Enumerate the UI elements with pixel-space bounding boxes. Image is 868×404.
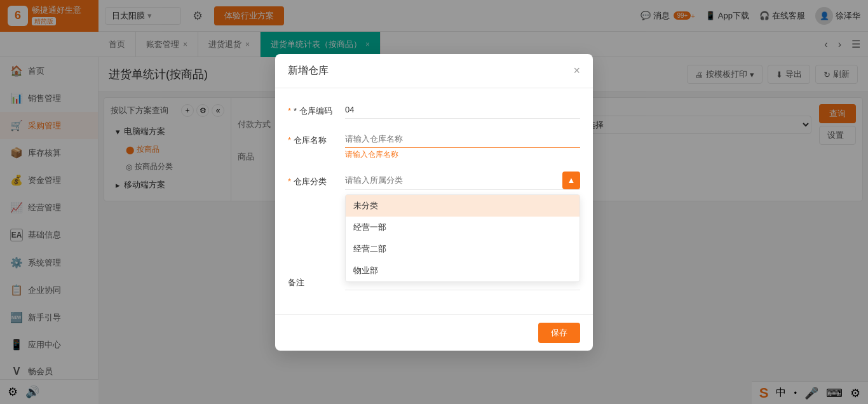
warehouse-category-input[interactable] xyxy=(345,172,562,189)
warehouse-code-label: * * 仓库编码 xyxy=(288,101,339,117)
dept1-label: 经营一部 xyxy=(353,222,386,232)
dropdown-item-dept2[interactable]: 经营二部 xyxy=(346,238,580,260)
warehouse-category-wrap: ▲ 未分类 经营一部 经营二部 xyxy=(345,172,580,190)
add-warehouse-modal: 新增仓库 × * * 仓库编码 * 仓库名称 xyxy=(275,54,593,351)
warehouse-category-row: * 仓库分类 ▲ 未分类 xyxy=(288,172,580,190)
modal-header: 新增仓库 × xyxy=(275,54,593,88)
modal-close-button[interactable]: × xyxy=(573,64,580,77)
category-dropdown: 未分类 经营一部 经营二部 物业部 xyxy=(345,194,580,282)
category-arrow-button[interactable]: ▲ xyxy=(562,172,580,189)
warehouse-category-select-wrap: ▲ xyxy=(345,172,580,190)
warehouse-code-row: * * 仓库编码 xyxy=(288,101,580,119)
modal-title: 新增仓库 xyxy=(288,64,329,77)
unclassified-label: 未分类 xyxy=(353,201,378,210)
warehouse-category-label: * 仓库分类 xyxy=(288,172,339,187)
dropdown-item-unclassified[interactable]: 未分类 xyxy=(346,195,580,217)
warehouse-name-wrap: 请输入仓库名称 xyxy=(345,130,580,160)
dept2-label: 经营二部 xyxy=(353,244,386,253)
warehouse-name-input[interactable] xyxy=(345,130,580,148)
save-button[interactable]: 保存 xyxy=(538,323,580,343)
warehouse-code-wrap xyxy=(345,101,580,119)
modal-overlay: 新增仓库 × * * 仓库编码 * 仓库名称 xyxy=(0,0,868,404)
warehouse-name-error: 请输入仓库名称 xyxy=(345,149,580,160)
dropdown-item-dept1[interactable]: 经营一部 xyxy=(346,217,580,238)
warehouse-note-label: 备注 xyxy=(288,273,339,288)
dropdown-item-property[interactable]: 物业部 xyxy=(346,260,580,281)
modal-body: * * 仓库编码 * 仓库名称 请输入仓库名称 xyxy=(275,88,593,314)
warehouse-code-input[interactable] xyxy=(345,101,580,119)
warehouse-name-label: * 仓库名称 xyxy=(288,130,339,146)
chevron-up-icon: ▲ xyxy=(567,175,576,185)
modal-footer: 保存 xyxy=(275,314,593,351)
warehouse-name-row: * 仓库名称 请输入仓库名称 xyxy=(288,130,580,160)
property-label: 物业部 xyxy=(353,266,378,275)
